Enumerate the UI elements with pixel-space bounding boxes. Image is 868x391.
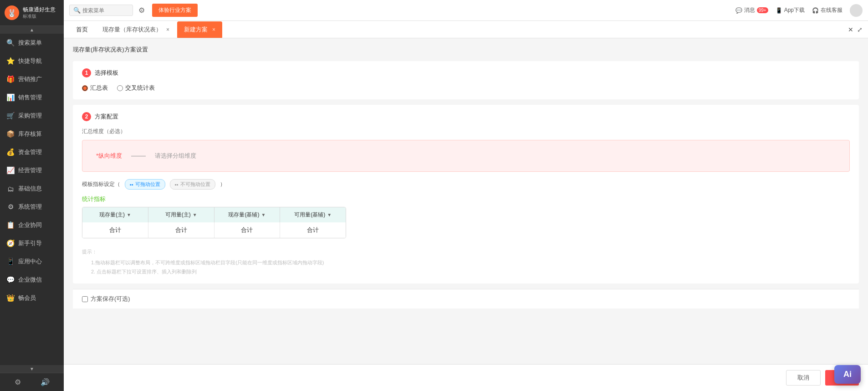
sidebar-item-search[interactable]: 🔍搜索菜单 [0, 34, 64, 52]
cancel-button[interactable]: 取消 [786, 370, 821, 386]
tab-inventory-status[interactable]: 现存量（库存状况表） × [96, 21, 176, 38]
sidebar-scroll-up[interactable]: ▲ [0, 26, 64, 34]
step1-title: 选择模板 [95, 69, 118, 77]
sidebar-label-marketing: 营销推广 [18, 75, 42, 83]
drag-indicator: ▪▪ [130, 182, 133, 187]
sidebar-item-apps[interactable]: 📱应用中心 [0, 252, 64, 271]
sidebar-label-sales: 销售管理 [18, 93, 42, 102]
save-row: 方案保存(可选) [73, 289, 859, 309]
sidebar-icon-search: 🔍 [6, 39, 15, 47]
sidebar-logo: 🐰 畅康通好生意 标准版 [0, 0, 64, 26]
step1-section: 1 选择模板 汇总表 交叉统计表 [73, 61, 859, 99]
sidebar-icon-contract: 📋 [6, 221, 15, 229]
search-input[interactable] [82, 7, 128, 14]
main-area: 🔍 ⚙ 体验行业方案 💬 消息 99+ 📱 App下载 🎧 在线客服 首页 [64, 0, 868, 391]
chip-no-drag: ▪▪ 不可拖动位置 [170, 179, 215, 190]
ai-button[interactable]: Ai [834, 365, 861, 384]
sidebar-label-inventory: 库存核算 [18, 130, 42, 138]
no-drag-indicator: ▪▪ [175, 182, 179, 187]
radio-cross[interactable]: 交叉统计表 [117, 84, 155, 92]
sidebar-item-inventory[interactable]: 📦库存核算 [0, 125, 64, 143]
online-service-btn[interactable]: 🎧 在线客服 [812, 6, 842, 14]
stats-col-2[interactable]: 现存量(基辅)▼ [214, 207, 281, 222]
sidebar-label-shortcut: 快捷导航 [18, 57, 42, 65]
message-icon: 💬 [735, 7, 742, 14]
tab-close-inventory[interactable]: × [164, 26, 169, 33]
sidebar-icon-system: ⚙ [6, 203, 15, 211]
stats-col-3[interactable]: 可用量(基辅)▼ [280, 207, 346, 222]
user-avatar[interactable] [850, 4, 863, 17]
sidebar-item-system[interactable]: ⚙系统管理 [0, 198, 64, 216]
radio-cross-input[interactable] [117, 85, 123, 91]
chevron-down-icon-1: ▼ [193, 212, 197, 217]
industry-btn[interactable]: 体验行业方案 [152, 4, 198, 17]
sidebar-label-search: 搜索菜单 [18, 39, 42, 47]
tips-item-1: 1.拖动标题栏可以调整布局，不可跨维度或指标区域拖动栏目字段(只能在同一维度或指… [82, 258, 850, 268]
vertical-dimension-label: *纵向维度 [96, 152, 122, 160]
save-checkbox[interactable] [82, 296, 88, 302]
topbar-settings-btn[interactable]: ⚙ [137, 4, 147, 16]
sidebar-icon-marketing: 🎁 [6, 75, 15, 83]
dimension-placeholder: 请选择分组维度 [155, 152, 196, 160]
sidebar-item-newbie[interactable]: 🧭新手引导 [0, 234, 64, 252]
window-close-btn[interactable]: ✕ [848, 26, 853, 33]
stats-col-label-3: 可用量(基辅) [294, 211, 325, 219]
page-title: 现存量(库存状况表)方案设置 [73, 46, 859, 54]
messages-btn[interactable]: 💬 消息 99+ [735, 6, 768, 14]
sidebar-settings-btn[interactable]: ⚙ [15, 378, 21, 386]
chevron-down-icon-3: ▼ [327, 212, 332, 217]
sidebar-label-system: 系统管理 [18, 203, 42, 211]
stats-cell-0-3: 合计 [280, 222, 346, 238]
indicator-setting: 模板指标设定（ ▪▪ 可拖动位置 ▪▪ 不可拖动位置 ） [82, 179, 850, 190]
stats-cell-0-0: 合计 [82, 222, 148, 238]
sidebar-item-purchase[interactable]: 🛒采购管理 [0, 107, 64, 125]
sidebar-item-member[interactable]: 👑畅会员 [0, 289, 64, 307]
bottom-bar: 取消 查询 [64, 364, 868, 391]
indicator-label: 模板指标设定（ [82, 180, 120, 188]
sidebar-scroll-down[interactable]: ▼ [0, 365, 64, 373]
window-expand-btn[interactable]: ⤢ [857, 26, 863, 33]
sidebar-icon-shortcut: ⭐ [6, 57, 15, 65]
stats-col-0[interactable]: 现存量(主)▼ [82, 207, 148, 222]
sidebar-item-finance[interactable]: 💰资金管理 [0, 143, 64, 161]
step2-title: 方案配置 [95, 113, 118, 121]
radio-summary[interactable]: 汇总表 [82, 84, 108, 92]
stats-table-body: 合计合计合计合计 [82, 222, 346, 238]
sidebar-icon-purchase: 🛒 [6, 112, 15, 120]
tab-close-new-plan[interactable]: × [210, 26, 215, 33]
chevron-down-icon-0: ▼ [127, 212, 131, 217]
stats-table-header: 现存量(主)▼可用量(主)▼现存量(基辅)▼可用量(基辅)▼ [82, 207, 346, 222]
indicator-suffix: ） [220, 180, 225, 188]
template-radio-group: 汇总表 交叉统计表 [82, 84, 850, 92]
tab-home[interactable]: 首页 [69, 21, 95, 38]
sidebar-item-contract[interactable]: 📋企业协同 [0, 216, 64, 234]
sidebar-icon-inventory: 📦 [6, 130, 15, 138]
tab-new-plan[interactable]: 新建方案 × [177, 21, 222, 38]
sidebar-item-base[interactable]: 🗂基础信息 [0, 180, 64, 198]
step1-num: 1 [82, 68, 91, 77]
sidebar-icon-member: 👑 [6, 294, 15, 302]
dimension-dash: —— [131, 152, 146, 160]
stats-col-1[interactable]: 可用量(主)▼ [148, 207, 214, 222]
search-icon: 🔍 [73, 7, 81, 14]
sidebar-item-wechat[interactable]: 💬企业微信 [0, 271, 64, 289]
app-download-btn[interactable]: 📱 App下载 [776, 6, 805, 14]
sidebar-item-operations[interactable]: 📈经营管理 [0, 161, 64, 180]
search-box: 🔍 [69, 5, 133, 16]
topbar-right: 💬 消息 99+ 📱 App下载 🎧 在线客服 [735, 4, 863, 17]
radio-summary-input[interactable] [82, 85, 88, 91]
sidebar-item-sales[interactable]: 📊销售管理 [0, 88, 64, 107]
sidebar-label-contract: 企业协同 [18, 221, 42, 229]
stats-col-label-2: 现存量(基辅) [228, 211, 259, 219]
sidebar-icon-wechat: 💬 [6, 276, 15, 284]
sidebar-item-shortcut[interactable]: ⭐快捷导航 [0, 52, 64, 70]
dimension-label: 汇总维度（必选） [82, 128, 850, 135]
stats-section-title: 统计指标 [82, 195, 850, 203]
tips-section: 提示： 1.拖动标题栏可以调整布局，不可跨维度或指标区域拖动栏目字段(只能在同一… [82, 247, 850, 276]
sidebar-sound-btn[interactable]: 🔊 [41, 378, 50, 386]
stats-cell-0-1: 合计 [148, 222, 214, 238]
sidebar-item-marketing[interactable]: 🎁营销推广 [0, 70, 64, 88]
dimension-box[interactable]: *纵向维度 —— 请选择分组维度 [82, 140, 850, 172]
headset-icon: 🎧 [812, 7, 819, 14]
chip-draggable: ▪▪ 可拖动位置 [125, 179, 165, 190]
